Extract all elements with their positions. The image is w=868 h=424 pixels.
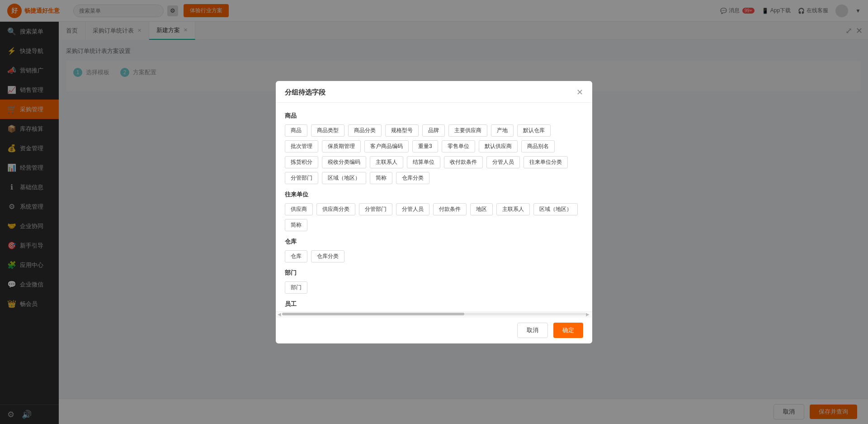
hscroll-right[interactable]: ▶ [586,312,590,317]
tag-warehouse[interactable]: 仓库 [285,250,307,262]
tag-brand[interactable]: 品牌 [422,124,445,137]
tag-origin[interactable]: 产地 [491,124,514,137]
tag-payment-cond[interactable]: 付款条件 [433,203,467,215]
tag-main-contact[interactable]: 主联系人 [370,156,403,168]
tag-product-alias[interactable]: 商品别名 [521,140,555,152]
modal-dialog: 分组待选字段 ✕ 商品 商品 商品类型 商品分类 规格型号 品牌 主要供应商 产… [276,81,592,343]
tag-supplier-cat[interactable]: 供应商分类 [316,203,355,215]
tag-product-type[interactable]: 商品类型 [311,124,344,137]
modal-title: 分组待选字段 [285,88,326,97]
hscroll-thumb [282,313,464,315]
section-title-partner: 往来单位 [285,191,583,199]
section-title-product: 商品 [285,112,583,120]
modal-cancel-btn[interactable]: 取消 [517,323,548,338]
modal-header: 分组待选字段 ✕ [276,81,592,103]
modal-overlay: 分组待选字段 ✕ 商品 商品 商品类型 商品分类 规格型号 品牌 主要供应商 产… [0,0,868,424]
tag-managed-person[interactable]: 分管人员 [396,203,429,215]
modal-body: 商品 商品 商品类型 商品分类 规格型号 品牌 主要供应商 产地 默认仓库 批次… [276,103,592,311]
tag-weight3[interactable]: 重量3 [412,140,438,152]
modal-hscroll: ◀ ▶ [276,311,592,317]
tag-manager[interactable]: 分管人员 [486,156,520,168]
section-title-employee: 员工 [285,300,583,308]
tag-settlement-unit[interactable]: 结算单位 [407,156,440,168]
section-title-department: 部门 [285,269,583,277]
tag-warehouse-cat2[interactable]: 仓库分类 [311,250,344,262]
tag-dept[interactable]: 分管部门 [285,172,318,184]
tag-default-warehouse[interactable]: 默认仓库 [517,124,551,137]
field-tags-department: 部门 [285,281,583,294]
field-tags-product: 商品 商品类型 商品分类 规格型号 品牌 主要供应商 产地 默认仓库 批次管理 … [285,124,583,184]
modal-confirm-btn[interactable]: 确定 [553,323,583,338]
tag-retail-unit[interactable]: 零售单位 [442,140,475,152]
modal-footer: 取消 确定 [276,317,592,343]
tag-main-contact2[interactable]: 主联系人 [496,203,530,215]
tag-spec-model[interactable]: 规格型号 [385,124,419,137]
tag-tax-code[interactable]: 税收分类编码 [322,156,366,168]
tag-managed-dept[interactable]: 分管部门 [359,203,392,215]
tag-warehouse-cat[interactable]: 仓库分类 [396,172,429,184]
tag-area[interactable]: 地区 [470,203,493,215]
hscroll-track [282,313,586,315]
tag-short-name2[interactable]: 简称 [285,219,307,231]
tag-product[interactable]: 商品 [285,124,307,137]
tag-main-supplier[interactable]: 主要供应商 [448,124,487,137]
tag-default-supplier[interactable]: 默认供应商 [479,140,518,152]
tag-product-category[interactable]: 商品分类 [348,124,382,137]
section-title-warehouse: 仓库 [285,238,583,246]
tag-region2[interactable]: 区域（地区） [533,203,578,215]
tag-supplier[interactable]: 供应商 [285,203,313,215]
field-tags-warehouse: 仓库 仓库分类 [285,250,583,262]
tag-region[interactable]: 区域（地区） [322,172,366,184]
field-tags-partner: 供应商 供应商分类 分管部门 分管人员 付款条件 地区 主联系人 区域（地区） … [285,203,583,231]
modal-close-btn[interactable]: ✕ [576,88,583,96]
hscroll-left[interactable]: ◀ [278,312,282,317]
tag-customer-code[interactable]: 客户商品编码 [364,140,409,152]
tag-shelf-life[interactable]: 保质期管理 [322,140,361,152]
tag-department[interactable]: 部门 [285,281,307,294]
tag-payment-terms[interactable]: 收付款条件 [444,156,483,168]
tag-batch-manage[interactable]: 批次管理 [285,140,318,152]
tag-pick-points[interactable]: 拣货积分 [285,156,318,168]
tag-unit-category[interactable]: 往来单位分类 [524,156,568,168]
tag-short-name[interactable]: 简称 [370,172,392,184]
